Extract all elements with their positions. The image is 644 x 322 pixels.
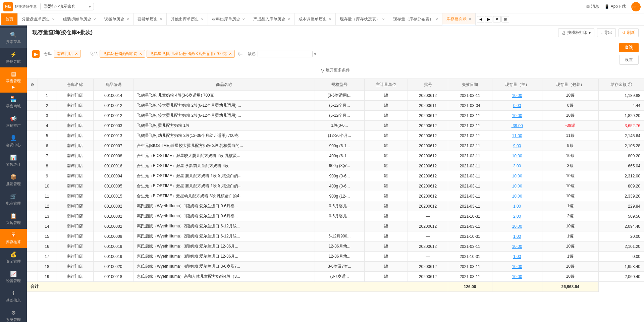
tabs-next-btn[interactable]: ▶ bbox=[485, 16, 492, 22]
expand-conditions-btn[interactable]: ⋁ 展开更多条件 bbox=[320, 66, 351, 74]
th-gear[interactable]: ⚙ bbox=[27, 79, 38, 91]
tabs-menu-btn[interactable]: ⊞ bbox=[501, 16, 509, 22]
tab-cost-adjustment[interactable]: 成本调整单历史 ✕ bbox=[294, 13, 336, 25]
messages-btn[interactable]: ✉ 消息 bbox=[586, 4, 599, 9]
workspace-selector[interactable]: 母婴行业演示账套 ▾ bbox=[40, 3, 94, 10]
setting-btn[interactable]: 设置 bbox=[619, 55, 639, 65]
tab-finished-inbound[interactable]: 产成品入库单历史 ✕ bbox=[249, 13, 294, 25]
tabs-navigation: ◀ ▶ ✕ ⊞ bbox=[477, 16, 509, 22]
tab-material-outbound[interactable]: 材料出库单历史 ✕ bbox=[208, 13, 249, 25]
footer-row: 合计 126.00 26,968.64 bbox=[27, 282, 644, 292]
export-btn[interactable]: ↓ 导出 bbox=[597, 28, 616, 37]
close-tab-split-inventory[interactable]: ✕ bbox=[52, 17, 55, 21]
table-row: 11南岸门店00100015合生元（BIOSTIME）派星幼儿配方奶粉 3段 乳… bbox=[27, 191, 644, 201]
close-tab-stock-distribution[interactable]: ✕ bbox=[435, 17, 438, 21]
table-row: 16南岸门店00100019惠氏启赋（Wyeth illuma）3段奶粉 爱尔兰… bbox=[27, 241, 644, 252]
footer-label: 合计 bbox=[27, 282, 448, 292]
table-row: 5南岸门店00100013飞鹤星飞帆 幼儿配方奶粉 3段(12-36个月幼儿适用… bbox=[27, 131, 644, 141]
table-footer: 合计 126.00 26,968.64 bbox=[27, 282, 644, 292]
tabs-bar: 首页 分量盘点单历史 ✕ 组装拆卸单历史 ✕ 调拨单历史 ✕ 要货单历史 ✕ 其… bbox=[0, 13, 644, 25]
tabs-prev-btn[interactable]: ◀ bbox=[477, 16, 484, 22]
close-tab-material-outbound[interactable]: ✕ bbox=[242, 17, 245, 21]
warehouse-tag-remove-0[interactable]: ✕ bbox=[75, 52, 78, 56]
user-menu[interactable]: demo2 bbox=[631, 2, 641, 11]
table-row: 17南岸门店00100019惠氏启赋（Wyeth illuma）3段奶粉 爱尔兰… bbox=[27, 252, 644, 262]
th-warehouse: 仓库名称 bbox=[56, 79, 94, 91]
app-download-btn[interactable]: 📱 App下载 bbox=[604, 4, 626, 9]
table-header-row: ⚙ 仓库名称 商品编码 商品名称 规格型号 主计量单位 批号 失效日期 现存量（… bbox=[27, 79, 644, 91]
tab-stock-distribution[interactable]: 现存量（库存分布表） ✕ bbox=[389, 13, 442, 25]
product-tag-0[interactable]: 飞鹤奶粉3段两罐装 ✕ bbox=[100, 50, 145, 58]
table-row: 2南岸门店00100012飞鹤星飞帆 较大婴儿配方奶粉 2段(6-12个月婴幼儿… bbox=[27, 101, 644, 111]
close-tab-requisition[interactable]: ✕ bbox=[160, 17, 162, 21]
close-tab-other-outbound[interactable]: ✕ bbox=[201, 17, 204, 21]
tab-assembly[interactable]: 组装拆卸单历史 ✕ bbox=[59, 13, 100, 25]
print-btn[interactable]: 🖨 按模板打印 ▾ bbox=[558, 28, 594, 37]
th-balance: 结存金额 ① bbox=[598, 79, 644, 91]
color-filter: 颜色 ▾ bbox=[248, 51, 316, 57]
sidebar-item-operations[interactable]: 📈 经营管理 bbox=[0, 267, 27, 287]
product-tag-remove-0[interactable]: ✕ bbox=[139, 52, 142, 56]
sidebar-item-finance[interactable]: 💰 资金管理 bbox=[0, 248, 27, 267]
query-btn[interactable]: 查询 bbox=[619, 43, 639, 52]
member-center-icon: 👤 bbox=[10, 135, 17, 141]
sidebar-item-retail-mall[interactable]: 🏪 零售商城 bbox=[0, 93, 27, 112]
warehouse-tag-0[interactable]: 南岸门店 ✕ bbox=[54, 50, 81, 58]
tab-requisition[interactable]: 要货单历史 ✕ bbox=[133, 13, 167, 25]
sidebar-item-marketing[interactable]: 📢 营销推广 bbox=[0, 112, 27, 131]
close-tab-assembly[interactable]: ✕ bbox=[93, 17, 96, 21]
tabs-close-btn[interactable]: ✕ bbox=[493, 16, 501, 22]
print-dropdown-icon: ▾ bbox=[589, 31, 591, 35]
sidebar-item-wholesale[interactable]: 📦 批发管理 bbox=[0, 170, 27, 190]
tab-stock-status[interactable]: 现存量（库存状况表） ✕ bbox=[336, 13, 389, 25]
sidebar-item-basic-info[interactable]: ℹ 基础信息 bbox=[0, 287, 27, 306]
workspace-label: 母婴行业演示账套 bbox=[43, 4, 75, 9]
product-filter-label: 商品 bbox=[90, 51, 98, 57]
sidebar-item-ecommerce[interactable]: 🛒 电商管理 bbox=[0, 190, 27, 209]
footer-package-total bbox=[492, 282, 542, 292]
wholesale-icon: 📦 bbox=[10, 174, 17, 180]
color-input[interactable] bbox=[258, 51, 313, 57]
close-tab-warehouse-batch[interactable]: ✕ bbox=[469, 17, 471, 21]
workspace-arrow-icon: ▾ bbox=[89, 4, 91, 9]
warehouse-audit-icon: 🗄 bbox=[11, 232, 16, 238]
sidebar-item-purchase[interactable]: 📋 采购管理 bbox=[0, 209, 27, 229]
sidebar-item-retail-stats[interactable]: 📊 零售统计 bbox=[0, 151, 27, 170]
system-icon: ⚙ bbox=[11, 310, 16, 316]
expand-row: ⋁ 展开更多条件 bbox=[32, 65, 639, 76]
retail-stats-icon: 📊 bbox=[10, 154, 17, 161]
warehouse-more[interactable]: ... bbox=[82, 52, 86, 56]
marketing-icon: 📢 bbox=[10, 115, 17, 122]
table-row: 15南岸门店00100009惠氏启赋（Wyeth illuma）2段奶粉 爱尔兰… bbox=[27, 231, 644, 241]
page-header: 现存量查询(按仓库+批次) 🖨 按模板打印 ▾ ↓ 导出 ↺ 刷新 bbox=[27, 25, 644, 40]
sidebar-item-warehouse-audit[interactable]: 🗄 库存核算 bbox=[0, 229, 27, 248]
filter-expand-arrow[interactable]: ▶ bbox=[32, 50, 40, 58]
warehouse-tags: 南岸门店 ✕ ... bbox=[54, 50, 86, 58]
product-more[interactable]: 飞... bbox=[236, 51, 244, 57]
tab-home[interactable]: 首页 bbox=[1, 13, 18, 25]
th-product-code: 商品编码 bbox=[93, 79, 133, 91]
tab-warehouse-batch[interactable]: 库存批次账 ✕ bbox=[442, 13, 476, 25]
tab-other-outbound[interactable]: 其他出库单历史 ✕ bbox=[167, 13, 208, 25]
refresh-btn[interactable]: ↺ 刷新 bbox=[619, 28, 639, 37]
sidebar-item-retail-management[interactable]: ▤ 零售管理 ▶ bbox=[0, 67, 27, 93]
top-bar: 标版 畅捷通好生意 母婴行业演示账套 ▾ ✉ 消息 📱 App下载 demo2 bbox=[0, 0, 644, 13]
close-tab-transfer[interactable]: ✕ bbox=[126, 17, 129, 21]
print-icon: 🖨 bbox=[562, 31, 566, 35]
sidebar-search[interactable]: 🔍 搜索菜单 bbox=[0, 28, 27, 48]
tab-split-inventory[interactable]: 分量盘点单历史 ✕ bbox=[18, 13, 59, 25]
product-tag-remove-1[interactable]: ✕ bbox=[229, 52, 232, 56]
sidebar-quick-nav[interactable]: ⚡ 快捷导航 bbox=[0, 48, 27, 67]
color-expand-icon[interactable]: ▾ bbox=[314, 51, 316, 57]
sidebar-item-member-center[interactable]: 👤 会员中心 bbox=[0, 131, 27, 151]
close-tab-cost-adjustment[interactable]: ✕ bbox=[329, 17, 331, 21]
sidebar-item-system[interactable]: ⚙ 系统管理 bbox=[0, 306, 27, 322]
product-tag-1[interactable]: 飞鹤星飞帆 儿童奶粉 4段(3-6岁适用) 700克 ✕ bbox=[147, 50, 235, 58]
table-container[interactable]: ⚙ 仓库名称 商品编码 商品名称 规格型号 主计量单位 批号 失效日期 现存量（… bbox=[27, 79, 644, 322]
logo-area: 标版 畅捷通好生意 bbox=[3, 2, 37, 11]
export-icon: ↓ bbox=[601, 31, 603, 35]
tab-transfer[interactable]: 调拨单历史 ✕ bbox=[100, 13, 133, 25]
close-tab-finished-inbound[interactable]: ✕ bbox=[287, 17, 290, 21]
close-tab-stock-status[interactable]: ✕ bbox=[382, 17, 385, 21]
product-tags: 飞鹤奶粉3段两罐装 ✕ 飞鹤星飞帆 儿童奶粉 4段(3-6岁适用) 700克 ✕… bbox=[100, 50, 244, 58]
